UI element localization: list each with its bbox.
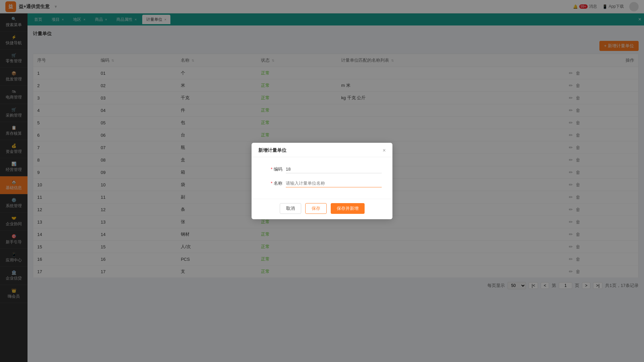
form-row-code: 编码 bbox=[262, 165, 382, 173]
cancel-button[interactable]: 取消 bbox=[280, 203, 301, 214]
name-label: 名称 bbox=[262, 180, 282, 186]
code-input[interactable] bbox=[286, 165, 382, 173]
form-row-name: 名称 bbox=[262, 179, 382, 187]
save-button[interactable]: 保存 bbox=[305, 203, 327, 214]
code-label: 编码 bbox=[262, 166, 282, 172]
modal-footer: 取消 保存 保存并新增 bbox=[252, 199, 392, 219]
save-and-new-button[interactable]: 保存并新增 bbox=[331, 203, 365, 214]
add-measure-unit-modal: 新增计量单位 × 编码 名称 取消 保存 保存并新增 bbox=[252, 143, 392, 219]
name-input[interactable] bbox=[286, 179, 382, 187]
modal-header: 新增计量单位 × bbox=[252, 143, 392, 157]
modal-overlay: 新增计量单位 × 编码 名称 取消 保存 保存并新增 bbox=[0, 0, 644, 362]
modal-body: 编码 名称 bbox=[252, 157, 392, 199]
modal-close-button[interactable]: × bbox=[383, 148, 386, 153]
modal-title: 新增计量单位 bbox=[258, 147, 286, 154]
